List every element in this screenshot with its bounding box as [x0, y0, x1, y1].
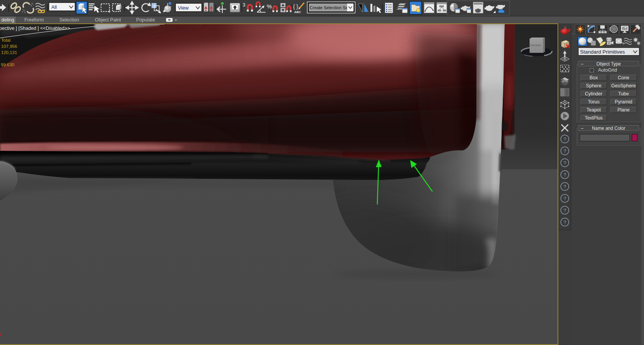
svg-text:99.630: 99.630 [1, 62, 14, 67]
svg-text:%: % [267, 3, 272, 10]
svg-text:Y: Y [540, 44, 542, 47]
svg-text:?: ? [563, 148, 566, 154]
svg-text:?: ? [563, 219, 566, 225]
svg-text:?: ? [563, 196, 566, 201]
svg-text:All: All [51, 4, 57, 10]
svg-text:107,956: 107,956 [1, 44, 17, 49]
svg-text:View: View [178, 5, 189, 11]
svg-text:{ }: { } [293, 3, 298, 10]
svg-text:?: ? [563, 136, 566, 142]
svg-text:?: ? [563, 184, 566, 190]
svg-text:Create Selection Se: Create Selection Se [310, 5, 348, 10]
svg-text:3: 3 [243, 2, 245, 8]
svg-text:?: ? [563, 208, 566, 213]
svg-text:pective ] [Shaded ] <<Disable: pective ] [Shaded ] <<Disabled>> [0, 26, 70, 31]
svg-text:x: x [0, 332, 2, 337]
svg-text:FRONT: FRONT [530, 44, 541, 47]
svg-text:?: ? [563, 160, 566, 166]
svg-text:?: ? [563, 172, 566, 178]
svg-text:Total: Total [1, 38, 10, 43]
svg-text:120,131: 120,131 [1, 50, 17, 55]
svg-text:ABC: ABC [294, 10, 301, 14]
